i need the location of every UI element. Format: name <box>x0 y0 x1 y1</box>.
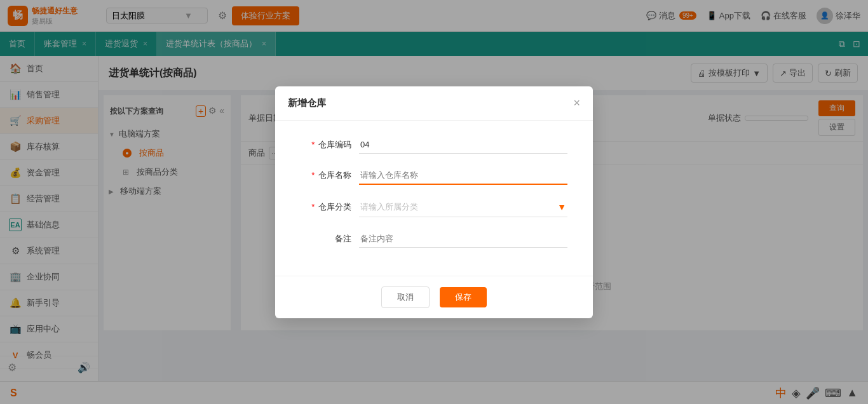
category-select[interactable]: 请输入所属分类 ▼ <box>359 198 567 217</box>
category-dropdown-icon: ▼ <box>557 202 566 212</box>
modal-body: * 仓库编码 * 仓库名称 * 仓库分类 请输入 <box>275 121 593 276</box>
modal-title: 新增仓库 <box>288 97 326 109</box>
category-required-star: * <box>311 202 315 212</box>
name-input[interactable] <box>359 166 567 185</box>
note-label: 备注 <box>301 233 351 245</box>
category-label: * 仓库分类 <box>301 201 351 213</box>
category-field-row: * 仓库分类 请输入所属分类 ▼ <box>301 198 567 217</box>
modal-dialog: 新增仓库 × * 仓库编码 * 仓库名称 <box>275 86 593 318</box>
code-input[interactable] <box>359 136 567 154</box>
cancel-button[interactable]: 取消 <box>381 286 430 308</box>
note-field-row: 备注 <box>301 230 567 248</box>
name-label: * 仓库名称 <box>301 170 351 181</box>
modal-close-button[interactable]: × <box>573 97 580 110</box>
code-field-row: * 仓库编码 <box>301 136 567 154</box>
name-required-star: * <box>311 170 315 180</box>
note-input[interactable] <box>359 230 567 248</box>
modal-overlay: 新增仓库 × * 仓库编码 * 仓库名称 <box>0 0 868 404</box>
code-label: * 仓库编码 <box>301 139 351 151</box>
modal-header: 新增仓库 × <box>275 86 593 121</box>
modal-footer: 取消 保存 <box>275 276 593 318</box>
save-button[interactable]: 保存 <box>440 287 487 307</box>
name-field-row: * 仓库名称 <box>301 166 567 185</box>
category-placeholder: 请输入所属分类 <box>360 201 418 213</box>
code-required-star: * <box>311 140 315 149</box>
